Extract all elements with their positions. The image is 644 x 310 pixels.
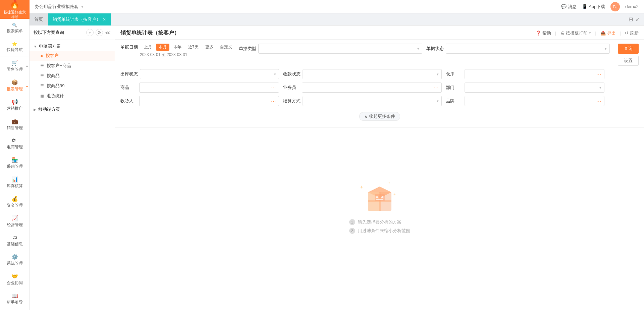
tab-actions: ⊟ ⤢ xyxy=(625,16,644,22)
refresh-btn[interactable]: ↺ 刷新 xyxy=(625,30,639,36)
department-select[interactable]: ▾ xyxy=(465,83,604,93)
search-menu[interactable]: 🔍 搜索菜单 xyxy=(0,19,29,38)
product99-scheme-icon: ☰ xyxy=(40,84,44,88)
sidebar-item-enterprise[interactable]: 🤝 企业协同 xyxy=(0,270,29,289)
wholesale-icon: 📦 xyxy=(11,79,18,86)
mobile-group-header[interactable]: ▶ 移动端方案 xyxy=(30,105,115,114)
tab-close-icon[interactable]: ✕ xyxy=(103,17,106,22)
collapse-scheme-btn[interactable]: ≪ xyxy=(105,30,111,36)
last-7-days-btn[interactable]: 近7天 xyxy=(185,44,201,51)
desktop-scheme-group: ▼ 电脑端方案 ● 按客户 ☰ 按客户+商品 ☰ 按商品 ☰ 按商品99 xyxy=(30,40,115,103)
help-btn[interactable]: ❓ 帮助 xyxy=(536,30,551,36)
more-dates-btn[interactable]: 更多 xyxy=(203,44,216,51)
sales-tab-label: 销货单统计表（按客户） xyxy=(53,16,101,22)
system-icon: ⚙️ xyxy=(11,254,18,260)
date-shortcuts: 上月 本月 本年 近7天 更多 自定义 xyxy=(141,44,235,51)
sidebar-item-app-center[interactable]: 🔷 应用中心 xyxy=(0,309,29,310)
export-btn[interactable]: 📤 导出 xyxy=(600,30,616,36)
receiver-select[interactable]: ··· xyxy=(139,96,279,106)
header-left: 办公用品行业模拟账套 ▾ xyxy=(35,4,84,10)
sidebar-item-ecommerce[interactable]: 🛍 电商管理 xyxy=(0,134,29,153)
date-range: 2023-03-01 至 2023-03-31 xyxy=(140,52,187,57)
print-btn[interactable]: 🖨 按模板打印 ▾ xyxy=(560,30,591,36)
custom-date-btn[interactable]: 自定义 xyxy=(217,44,235,51)
scheme-by-customer-product[interactable]: ☰ 按客户+商品 xyxy=(30,61,115,71)
settings-button[interactable]: 设置 xyxy=(618,56,639,66)
desktop-group-label: 电脑端方案 xyxy=(39,43,61,49)
step-num-1: 1 xyxy=(349,219,355,225)
tab-bar: 首页 销货单统计表（按客户） ✕ ⊟ ⤢ xyxy=(30,13,644,25)
brand-select[interactable]: ··· xyxy=(465,96,604,106)
collapse-btn[interactable]: ∧ 收起更多条件 xyxy=(359,112,400,121)
payment-label: 收款状态 xyxy=(283,71,301,77)
app-download-btn[interactable]: 📱 App下载 xyxy=(582,4,605,10)
sidebar-item-wholesale[interactable]: 📦 批发管理 ▴ xyxy=(0,76,29,95)
top-header: 办公用品行业模拟账套 ▾ 💬 消息 📱 App下载 Ea demo2 xyxy=(30,0,644,13)
quick-nav[interactable]: ⭐ 快捷导航 xyxy=(0,38,29,56)
salesperson-select[interactable]: ··· xyxy=(302,83,442,93)
scheme-by-customer[interactable]: ● 按客户 xyxy=(30,51,115,61)
collapse-row: ∧ 收起更多条件 xyxy=(120,109,639,123)
scheme-by-product[interactable]: ☰ 按商品 xyxy=(30,71,115,81)
scheme-by-product-99-label: 按商品99 xyxy=(47,83,64,89)
warehouse-label: 仓库 xyxy=(446,71,463,77)
empty-step-1-label: 请先选择要分析的方案 xyxy=(358,219,401,225)
add-scheme-btn[interactable]: + xyxy=(86,29,94,36)
action-buttons: 查询 设置 xyxy=(618,44,639,66)
separator3: | xyxy=(620,31,621,36)
cust-prod-scheme-icon: ☰ xyxy=(40,63,44,68)
collapse-label: 收起更多条件 xyxy=(369,113,395,119)
sidebar-item-purchase[interactable]: 🏪 采购管理 xyxy=(0,153,29,173)
payment-select[interactable]: ▾ xyxy=(303,69,442,79)
export-icon: 📤 xyxy=(600,31,606,36)
query-button[interactable]: 查询 xyxy=(618,44,639,54)
sidebar-item-basic[interactable]: 🗂 基础信息 xyxy=(0,231,29,250)
return-scheme-icon: ▦ xyxy=(40,94,44,98)
warehouse-select[interactable]: ··· xyxy=(465,69,604,79)
message-btn[interactable]: 💬 消息 xyxy=(561,4,577,10)
tab-home[interactable]: 首页 xyxy=(30,13,48,25)
sidebar-item-system[interactable]: ⚙️ 系统管理 xyxy=(0,250,29,270)
app-name: 畅捷通好生意 xyxy=(4,10,26,15)
this-month-btn[interactable]: 本月 xyxy=(156,44,169,51)
sidebar-item-marketing[interactable]: 📢 营销推广 xyxy=(0,95,29,115)
finance-icon: 💰 xyxy=(11,196,18,202)
expand-icon: ▾ xyxy=(26,64,28,68)
order-status-select[interactable]: ▾ xyxy=(446,44,610,54)
print-icon: 🖨 xyxy=(560,31,565,36)
tab-maximize-btn[interactable]: ⤢ xyxy=(636,16,640,22)
this-year-btn[interactable]: 本年 xyxy=(171,44,184,51)
brand-label: 品牌 xyxy=(446,98,463,104)
settings-scheme-btn[interactable]: ⚙ xyxy=(96,29,103,36)
ecommerce-icon: 🛍 xyxy=(12,138,17,144)
user-name[interactable]: demo2 xyxy=(625,4,639,9)
tab-minimize-btn[interactable]: ⊟ xyxy=(629,16,633,22)
product-dots: ··· xyxy=(271,85,276,90)
sidebar-item-finance[interactable]: 💰 资金管理 xyxy=(0,192,29,212)
mobile-triangle-icon: ▶ xyxy=(34,108,36,111)
desktop-group-header[interactable]: ▼ 电脑端方案 xyxy=(30,42,115,51)
sidebar-item-guide[interactable]: 📖 新手引导 xyxy=(0,289,29,309)
product-select[interactable]: ··· xyxy=(139,83,279,93)
sidebar-item-sales[interactable]: 💼 销售管理 xyxy=(0,115,29,134)
dropdown-icon[interactable]: ▾ xyxy=(81,4,84,9)
scheme-by-product-99[interactable]: ☰ 按商品99 xyxy=(30,81,115,91)
sidebar-item-operations[interactable]: 📈 经营管理 xyxy=(0,212,29,231)
empty-steps: 1 请先选择要分析的方案 2 用过滤条件来缩小分析范围 xyxy=(349,219,410,234)
step-num-2: 2 xyxy=(349,228,355,234)
order-type-label: 单据类型 xyxy=(239,46,256,52)
last-month-btn[interactable]: 上月 xyxy=(141,44,155,51)
user-avatar: Ea xyxy=(610,2,620,11)
sidebar-item-inventory[interactable]: 📊 库存核算 xyxy=(0,173,29,192)
receiver-label: 收货人 xyxy=(120,98,137,104)
tab-sales-stat[interactable]: 销货单统计表（按客户） ✕ xyxy=(48,13,111,25)
svg-text:✦: ✦ xyxy=(393,193,396,196)
payment-method-select[interactable]: ▾ xyxy=(303,96,442,106)
triangle-icon: ▼ xyxy=(34,45,37,48)
sidebar-item-retail[interactable]: 🛒 零售管理 ▾ xyxy=(0,56,29,76)
shipping-select[interactable]: ▾ xyxy=(140,69,279,79)
order-type-select[interactable]: ▾ xyxy=(258,44,422,54)
scheme-return-stats[interactable]: ▦ 退货统计 xyxy=(30,91,115,101)
order-status-arrow: ▾ xyxy=(605,47,607,51)
refresh-icon: ↺ xyxy=(625,31,629,36)
